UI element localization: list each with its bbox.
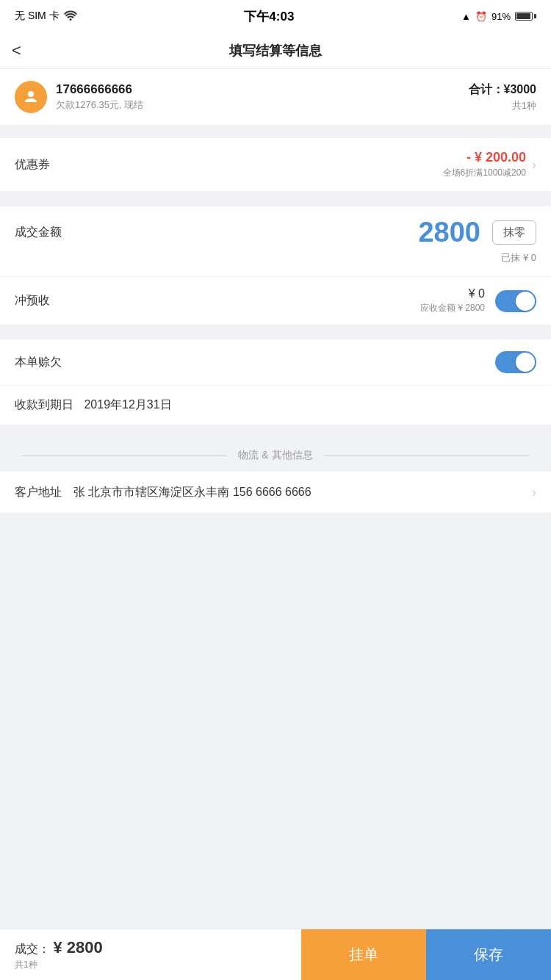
user-total-count: 共1种 [469, 99, 537, 112]
address-label: 客户地址 [15, 485, 66, 500]
prepay-toggle[interactable] [495, 290, 536, 312]
empty-space [0, 513, 551, 660]
deal-amount-section: 成交金额 2800 抹零 已抹 ¥ 0 [0, 206, 551, 276]
bottom-count-label: 共1种 [15, 959, 287, 971]
status-time: 下午4:03 [244, 8, 294, 25]
deal-row: 成交金额 2800 抹零 [15, 218, 536, 246]
round-zero-button[interactable]: 抹零 [492, 220, 536, 245]
section-divider-1 [0, 131, 551, 138]
divider-line-right [325, 455, 529, 456]
status-bar: 无 SIM 卡 下午4:03 ▲ ⏰ 91% [0, 0, 551, 32]
prepay-values: ¥ 0 应收金额 ¥ 2800 [420, 287, 485, 314]
user-phone: 17666666666 [56, 82, 143, 97]
deal-amount-value: 2800 [418, 218, 480, 246]
user-info: 17666666666 欠款1276.35元, 现结 [15, 81, 143, 113]
deal-amount-row: 2800 抹零 [418, 218, 536, 246]
bad-debt-section: 本单赊欠 [0, 339, 551, 385]
battery-icon [515, 12, 536, 21]
due-date-section: 收款到期日 2019年12月31日 [0, 385, 551, 425]
svg-point-0 [28, 91, 34, 97]
divider-line-left [22, 455, 226, 456]
address-section[interactable]: 客户地址 张 北京市市辖区海淀区永丰南 156 6666 6666 › [0, 472, 551, 513]
coupon-section[interactable]: 优惠券 - ¥ 200.00 全场6折满1000减200 › [0, 138, 551, 192]
status-right: ▲ ⏰ 91% [461, 11, 536, 22]
bottom-info: 成交： ¥ 2800 共1种 [0, 938, 301, 971]
bad-debt-toggle[interactable] [495, 351, 536, 373]
wifi-icon [64, 10, 77, 23]
bottom-bar: 成交： ¥ 2800 共1种 挂单 保存 [0, 929, 551, 980]
address-content: 张 北京市市辖区海淀区永丰南 156 6666 6666 [73, 483, 525, 501]
section-divider-4 [0, 425, 551, 432]
section-divider-3 [0, 325, 551, 332]
location-icon: ▲ [461, 11, 471, 22]
logistics-divider: 物流 & 其他信息 [0, 439, 551, 472]
coupon-values: - ¥ 200.00 全场6折满1000减200 [443, 150, 526, 179]
coupon-amount: - ¥ 200.00 [443, 150, 526, 165]
bottom-deal-amount: ¥ 2800 [53, 938, 102, 956]
battery-percent: 91% [491, 11, 511, 22]
total-amount: ¥3000 [504, 83, 537, 96]
logistics-divider-line: 物流 & 其他信息 [0, 449, 551, 462]
bottom-deal-prefix: 成交： [15, 943, 50, 955]
bad-debt-label: 本单赊欠 [15, 355, 62, 370]
avatar [15, 81, 47, 113]
user-total-amount: 合计：¥3000 [469, 82, 537, 98]
carrier-label: 无 SIM 卡 [15, 10, 60, 23]
prepay-right: ¥ 0 应收金额 ¥ 2800 [420, 287, 536, 314]
user-sub-text: 欠款1276.35元, 现结 [56, 98, 143, 112]
due-date-value: 2019年12月31日 [84, 398, 171, 411]
hang-order-button[interactable]: 挂单 [301, 929, 426, 981]
logistics-label: 物流 & 其他信息 [238, 449, 312, 462]
back-button[interactable]: < [12, 41, 21, 60]
bottom-deal-row: 成交： ¥ 2800 [15, 938, 287, 957]
prepay-amount: ¥ 0 [420, 287, 485, 300]
coupon-desc: 全场6折满1000减200 [443, 167, 526, 179]
coupon-label: 优惠券 [15, 157, 50, 173]
address-chevron: › [532, 485, 536, 500]
page-title: 填写结算等信息 [229, 42, 322, 60]
user-text: 17666666666 欠款1276.35元, 现结 [56, 82, 143, 112]
save-button[interactable]: 保存 [426, 929, 551, 981]
status-left: 无 SIM 卡 [15, 10, 77, 23]
prepay-label: 冲预收 [15, 293, 50, 309]
section-divider-2 [0, 192, 551, 199]
user-card: 17666666666 欠款1276.35元, 现结 合计：¥3000 共1种 [0, 69, 551, 125]
coupon-chevron: › [532, 157, 536, 173]
prepay-section: 冲预收 ¥ 0 应收金额 ¥ 2800 [0, 276, 551, 325]
user-total: 合计：¥3000 共1种 [469, 82, 537, 112]
deal-sub-text: 已抹 ¥ 0 [501, 252, 536, 263]
deal-label: 成交金额 [15, 225, 62, 240]
due-date-label: 收款到期日 [15, 398, 73, 411]
prepay-sub: 应收金额 ¥ 2800 [420, 302, 485, 314]
clock-icon: ⏰ [475, 11, 487, 22]
total-label: 合计： [469, 83, 504, 96]
page-header: < 填写结算等信息 [0, 32, 551, 69]
coupon-right: - ¥ 200.00 全场6折满1000减200 › [443, 150, 536, 179]
